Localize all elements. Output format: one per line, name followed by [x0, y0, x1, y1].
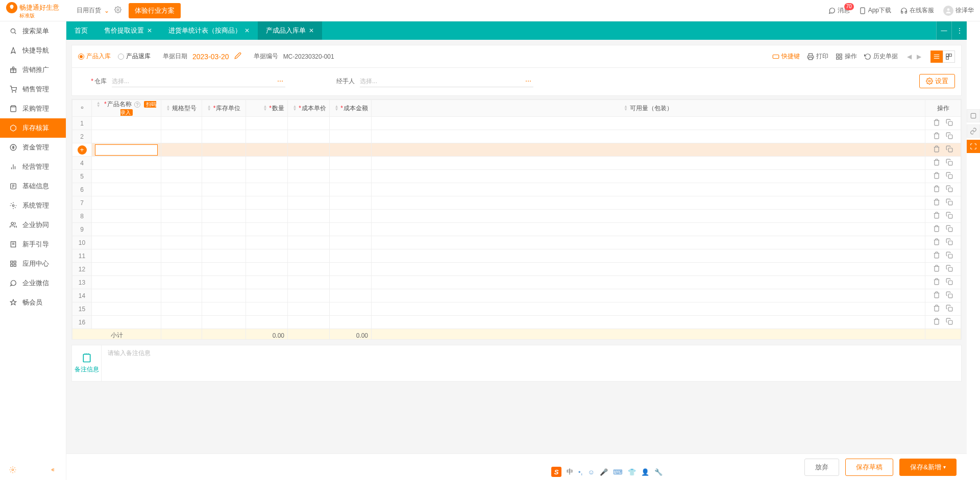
more-icon[interactable]: ⋯: [525, 78, 531, 85]
messages-link[interactable]: 消息 70: [828, 6, 850, 15]
copy-row-icon[interactable]: [946, 172, 953, 179]
rail-link-button[interactable]: [967, 124, 980, 138]
date-value[interactable]: 2023-03-20: [192, 53, 229, 61]
sidebar-item[interactable]: 系统管理: [0, 196, 66, 215]
sidebar-item[interactable]: 搜索菜单: [0, 21, 66, 41]
app-download-link[interactable]: App下载: [859, 6, 891, 15]
sidebar-item[interactable]: 采购管理: [0, 99, 66, 118]
col-unit[interactable]: ▲▼*库存单位: [202, 100, 246, 117]
col-settings[interactable]: [72, 100, 92, 117]
biz-settings-icon[interactable]: [114, 6, 121, 15]
table-row[interactable]: 8: [72, 210, 961, 223]
copy-row-icon[interactable]: [946, 119, 953, 126]
page-tab[interactable]: 售价提取设置✕: [96, 21, 160, 40]
save-draft-button[interactable]: 保存草稿: [845, 459, 893, 476]
history-link[interactable]: 历史单据: [864, 52, 898, 61]
table-row[interactable]: 13: [72, 276, 961, 289]
close-tab-icon[interactable]: ✕: [244, 27, 250, 34]
table-row[interactable]: 11: [72, 249, 961, 263]
shortcut-link[interactable]: 快捷键: [772, 52, 800, 61]
ime-skin-icon[interactable]: 👕: [628, 468, 636, 476]
save-new-button[interactable]: 保存&新增 ▾: [899, 459, 957, 476]
try-industry-button[interactable]: 体验行业方案: [129, 3, 181, 18]
copy-row-icon[interactable]: [946, 185, 953, 192]
rail-expand-button[interactable]: [967, 140, 980, 153]
delete-row-icon[interactable]: [933, 212, 940, 219]
ime-mic-icon[interactable]: 🎤: [600, 468, 608, 476]
table-row[interactable]: 6: [72, 183, 961, 196]
table-row[interactable]: 7: [72, 196, 961, 210]
prev-record-button[interactable]: ◀: [905, 52, 914, 61]
copy-row-icon[interactable]: [946, 225, 953, 232]
copy-row-icon[interactable]: [946, 305, 953, 312]
help-icon[interactable]: ?: [134, 102, 140, 108]
col-product-name[interactable]: ▲▼ *产品名称 ? 扫码录入: [92, 100, 161, 117]
table-row[interactable]: 1: [72, 117, 961, 130]
delete-row-icon[interactable]: [933, 291, 940, 298]
copy-row-icon[interactable]: [946, 278, 953, 285]
sidebar-item[interactable]: 企业协同: [0, 215, 66, 235]
sidebar-item[interactable]: 基础信息: [0, 176, 66, 196]
ime-punct-icon[interactable]: •ˌ: [578, 468, 583, 476]
delete-row-icon[interactable]: [933, 278, 940, 285]
table-row[interactable]: 15: [72, 302, 961, 316]
delete-row-icon[interactable]: [933, 198, 940, 206]
sidebar-item[interactable]: 销售管理: [0, 80, 66, 99]
view-card-button[interactable]: [943, 50, 955, 63]
delete-row-icon[interactable]: [933, 318, 940, 325]
handler-input[interactable]: [360, 78, 533, 85]
warehouse-select[interactable]: ⋯: [112, 75, 285, 87]
rail-layer-button[interactable]: [967, 109, 980, 122]
table-row[interactable]: 16: [72, 316, 961, 329]
print-link[interactable]: 打印: [807, 52, 828, 61]
table-row[interactable]: 12: [72, 263, 961, 276]
ime-smile-icon[interactable]: ☺: [588, 468, 595, 476]
next-record-button[interactable]: ▶: [915, 52, 923, 61]
tab-menu-button[interactable]: ⋮: [951, 21, 967, 40]
table-row[interactable]: 2: [72, 130, 961, 143]
ime-user-icon[interactable]: 👤: [641, 468, 649, 476]
settings-icon[interactable]: [9, 466, 16, 475]
copy-row-icon[interactable]: [946, 145, 953, 153]
view-list-button[interactable]: [930, 50, 943, 63]
delete-row-icon[interactable]: [933, 185, 940, 192]
delete-row-icon[interactable]: [933, 305, 940, 312]
add-row-button[interactable]: +: [78, 145, 87, 155]
table-row[interactable]: 14: [72, 289, 961, 302]
close-tab-icon[interactable]: ✕: [309, 27, 314, 34]
delete-row-icon[interactable]: [933, 251, 940, 259]
delete-row-icon[interactable]: [933, 132, 940, 139]
copy-row-icon[interactable]: [946, 291, 953, 298]
col-spec[interactable]: ▲▼规格型号: [161, 100, 202, 117]
page-tab[interactable]: 首页: [66, 21, 96, 40]
table-row[interactable]: 5: [72, 170, 961, 183]
delete-row-icon[interactable]: [933, 225, 940, 232]
warehouse-input[interactable]: [112, 78, 285, 85]
ime-keyboard-icon[interactable]: ⌨: [613, 468, 623, 476]
more-icon[interactable]: ⋯: [277, 78, 283, 85]
remark-input[interactable]: [108, 349, 955, 357]
ime-lang[interactable]: 中: [567, 467, 573, 476]
copy-row-icon[interactable]: [946, 198, 953, 206]
table-row[interactable]: 9: [72, 223, 961, 236]
copy-row-icon[interactable]: [946, 159, 953, 166]
sidebar-item[interactable]: 新手引导: [0, 235, 66, 254]
ime-tool-icon[interactable]: 🔧: [654, 468, 663, 476]
copy-row-icon[interactable]: [946, 238, 953, 245]
sidebar-item[interactable]: 畅会员: [0, 293, 66, 312]
sidebar-item[interactable]: 应用中心: [0, 254, 66, 273]
radio-product-in[interactable]: 产品入库: [78, 52, 111, 61]
page-tab[interactable]: 进货单统计表（按商品）✕: [160, 21, 258, 40]
delete-row-icon[interactable]: [933, 159, 940, 166]
delete-row-icon[interactable]: [933, 238, 940, 245]
copy-row-icon[interactable]: [946, 318, 953, 325]
table-row[interactable]: 4: [72, 157, 961, 170]
sidebar-item[interactable]: 经营管理: [0, 157, 66, 176]
sidebar-item[interactable]: 快捷导航: [0, 41, 66, 60]
discard-button[interactable]: 放弃: [804, 459, 839, 476]
close-tab-icon[interactable]: ✕: [147, 27, 152, 34]
col-price[interactable]: ▲▼*成本单价: [288, 100, 330, 117]
col-available[interactable]: ▲▼可用量（包装）: [372, 100, 925, 117]
radio-product-out[interactable]: 产品退库: [118, 52, 151, 61]
copy-row-icon[interactable]: [946, 212, 953, 219]
